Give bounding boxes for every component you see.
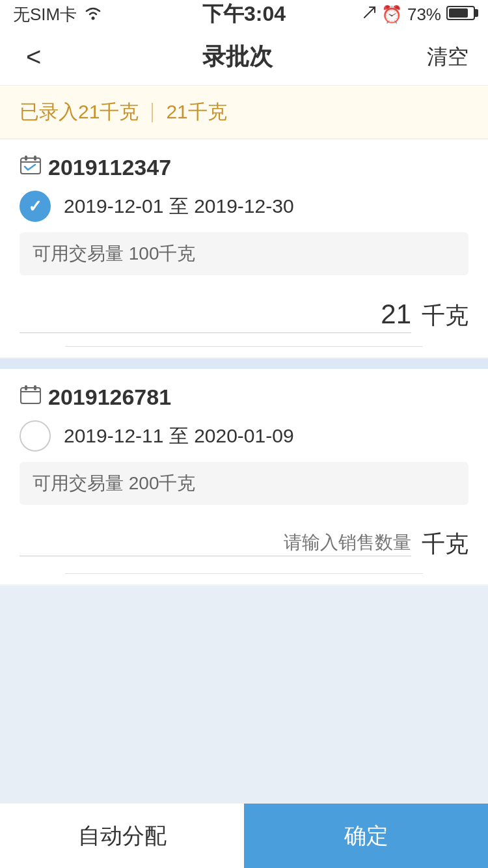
svg-rect-6 (34, 385, 36, 390)
batch-1-input-wrapper (20, 299, 411, 333)
batch-1-radio[interactable] (20, 191, 51, 222)
batch-1-date-row: 2019-12-01 至 2019-12-30 (20, 191, 468, 222)
batch-2-amount-input[interactable] (20, 532, 411, 553)
batch-1-header: 2019112347 (20, 155, 468, 180)
confirm-button[interactable]: 确定 (244, 804, 488, 868)
status-time: 下午3:04 (202, 0, 286, 29)
recorded-amount: 已录入21千克 (20, 99, 139, 126)
batch-2-header: 2019126781 (20, 385, 468, 410)
info-divider (152, 103, 153, 122)
svg-point-0 (92, 16, 95, 20)
status-left: 无SIM卡 (13, 3, 103, 26)
batch-card-2: 2019126781 2019-12-11 至 2020-01-09 可用交易量… (0, 369, 488, 584)
batch-1-amount-input[interactable] (359, 299, 411, 330)
batch-1-id: 2019112347 (48, 155, 171, 180)
status-bar: 无SIM卡 下午3:04 ⏰ 73% (0, 0, 488, 29)
wifi-icon (83, 5, 103, 25)
batch-2-icon (20, 385, 42, 410)
batch-2-id: 2019126781 (48, 385, 171, 410)
batch-2-date-row: 2019-12-11 至 2020-01-09 (20, 420, 468, 452)
svg-rect-3 (34, 156, 36, 161)
battery-icon (446, 5, 475, 25)
batch-2-input-wrapper (20, 532, 411, 556)
location-icon (363, 5, 376, 25)
nav-bar: < 录批次 清空 (0, 29, 488, 86)
batch-2-amount-row: 千克 (0, 515, 488, 573)
batch-2-date: 2019-12-11 至 2020-01-09 (64, 423, 294, 450)
svg-rect-1 (21, 158, 40, 174)
clear-button[interactable]: 清空 (427, 43, 468, 72)
batch-1-date: 2019-12-01 至 2019-12-30 (64, 193, 294, 220)
bottom-bar: 自动分配 确定 (0, 803, 488, 868)
svg-rect-2 (25, 156, 27, 161)
info-banner: 已录入21千克 21千克 (0, 86, 488, 139)
card-divider (0, 359, 488, 369)
batch-1-amount-row: 千克 (0, 286, 488, 346)
batch-2-available: 可用交易量 200千克 (20, 462, 468, 505)
batch-2-radio[interactable] (20, 420, 51, 452)
status-right: ⏰ 73% (363, 5, 475, 25)
back-button[interactable]: < (20, 36, 47, 78)
carrier-text: 无SIM卡 (13, 3, 77, 26)
batch-1-unit: 千克 (422, 300, 468, 332)
batch-1-available: 可用交易量 100千克 (20, 232, 468, 275)
total-amount: 21千克 (166, 99, 226, 126)
batch-card-1: 2019112347 2019-12-01 至 2019-12-30 可用交易量… (0, 139, 488, 357)
alarm-icon: ⏰ (381, 5, 402, 25)
page-title: 录批次 (202, 41, 273, 73)
auto-distribute-button[interactable]: 自动分配 (0, 804, 244, 868)
svg-rect-5 (25, 385, 27, 390)
svg-rect-4 (21, 388, 40, 403)
battery-percent: 73% (407, 5, 441, 25)
batch-2-unit: 千克 (422, 528, 468, 560)
batch-1-icon (20, 156, 42, 180)
